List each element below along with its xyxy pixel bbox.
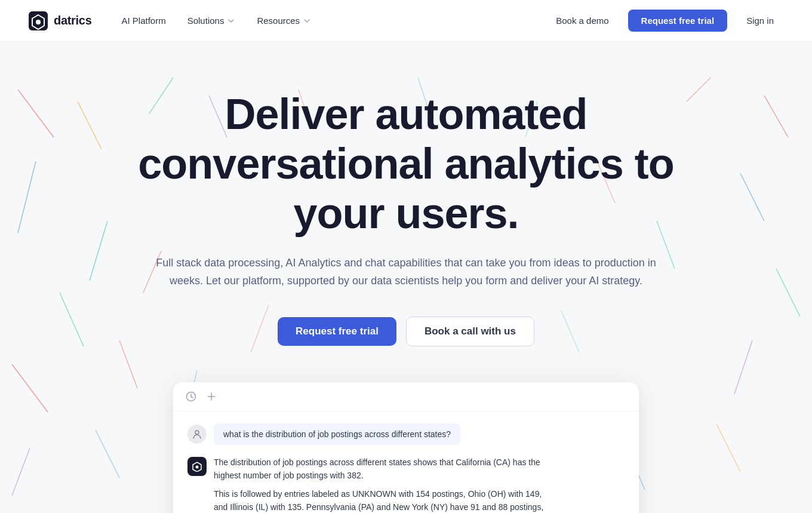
svg-line-11 (96, 430, 119, 478)
chevron-down-icon (227, 17, 235, 25)
user-icon (192, 429, 202, 440)
chevron-down-icon-2 (303, 17, 311, 25)
add-icon[interactable] (205, 391, 217, 403)
svg-point-34 (195, 431, 199, 434)
hero-title: Deliver automated conversational analyti… (93, 90, 719, 238)
logo-icon (29, 11, 48, 30)
svg-line-19 (734, 340, 752, 394)
svg-line-7 (12, 448, 30, 496)
user-message: what is the distribution of job postings… (187, 423, 625, 445)
request-trial-nav-button[interactable]: Request free trial (628, 10, 728, 32)
svg-line-3 (18, 90, 54, 137)
chat-preview-card: what is the distribution of job postings… (173, 382, 639, 513)
nav-item-resources[interactable]: Resources (248, 11, 319, 30)
user-bubble: what is the distribution of job postings… (214, 423, 460, 445)
bot-response-line2: This is followed by entries labeled as U… (214, 487, 548, 513)
hero-section: Deliver automated conversational analyti… (0, 42, 812, 513)
book-demo-button[interactable]: Book a demo (546, 11, 618, 30)
user-avatar (187, 425, 207, 444)
nav-left: datrics AI Platform Solutions Resources (29, 11, 319, 30)
hero-content: Deliver automated conversational analyti… (78, 42, 734, 382)
chat-body: what is the distribution of job postings… (173, 411, 639, 513)
bot-message: The distribution of job postings across … (187, 456, 625, 513)
bot-response-line1: The distribution of job postings across … (214, 456, 548, 483)
nav-item-platform[interactable]: AI Platform (113, 11, 174, 30)
svg-line-16 (764, 96, 788, 137)
bot-logo-icon (192, 461, 202, 472)
history-icon[interactable] (185, 391, 197, 403)
bot-avatar (187, 457, 207, 476)
svg-point-2 (36, 20, 41, 24)
svg-line-18 (776, 269, 800, 317)
hero-book-call-button[interactable]: Book a call with us (406, 317, 534, 346)
hero-request-trial-button[interactable]: Request free trial (278, 317, 396, 346)
svg-point-36 (196, 465, 199, 468)
svg-line-20 (716, 424, 740, 472)
svg-line-6 (12, 364, 48, 412)
nav-item-solutions[interactable]: Solutions (179, 11, 244, 30)
logo-text: datrics (54, 14, 92, 27)
signin-button[interactable]: Sign in (737, 11, 783, 30)
nav-right: Book a demo Request free trial Sign in (546, 10, 783, 32)
logo[interactable]: datrics (29, 11, 92, 30)
svg-line-4 (18, 161, 36, 233)
hero-subtitle: Full stack data processing, AI Analytics… (149, 254, 663, 290)
svg-line-17 (740, 173, 764, 221)
navbar: datrics AI Platform Solutions Resources … (0, 0, 812, 42)
chat-toolbar (173, 382, 639, 411)
hero-buttons: Request free trial Book a call with us (278, 317, 534, 346)
bot-bubble: The distribution of job postings across … (214, 456, 548, 513)
nav-links: AI Platform Solutions Resources (113, 11, 320, 30)
